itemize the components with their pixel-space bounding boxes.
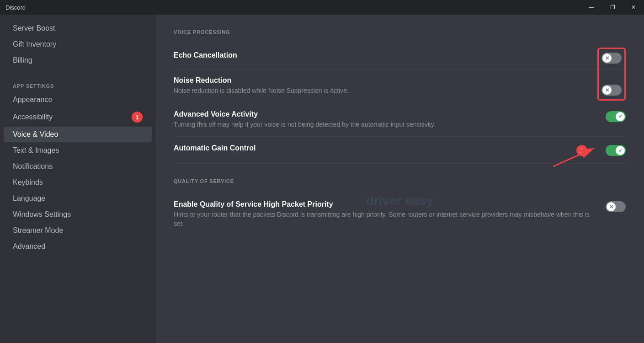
toggle-thumb-agc: ✓ — [616, 146, 625, 155]
window-controls: — ❐ ✕ — [581, 0, 644, 15]
setting-row-automatic-gain-control: Automatic Gain Control 2 ✓ — [174, 137, 626, 164]
qos-section: QUALITY OF SERVICE Enable Quality of Ser… — [174, 178, 626, 236]
sidebar-item-advanced[interactable]: Advanced — [4, 239, 152, 254]
setting-row-noise-reduction: Noise Reduction Noise reduction is disab… — [174, 69, 626, 103]
setting-info-advanced-voice-activity: Advanced Voice Activity Turning this off… — [174, 110, 606, 129]
sidebar-item-accessibility[interactable]: Accessibility 1 — [4, 108, 152, 126]
setting-row-enable-qos: Enable Quality of Service High Packet Pr… — [174, 193, 626, 236]
sidebar-item-windows-settings[interactable]: Windows Settings — [4, 207, 152, 222]
main-layout: Server Boost Gift Inventory Billing APP … — [0, 15, 644, 343]
echo-cancellation-toggle[interactable]: ✕ — [601, 53, 622, 64]
toggle-thumb-noise: ✕ — [602, 86, 612, 95]
quality-of-service-label: QUALITY OF SERVICE — [174, 178, 626, 184]
toggle-thumb-qos: ✕ — [607, 202, 616, 211]
setting-info-automatic-gain-control: Automatic Gain Control — [174, 144, 573, 154]
minimize-button[interactable]: — — [581, 0, 602, 15]
enable-qos-control: ✕ — [606, 201, 626, 212]
noise-reduction-toggle[interactable]: ✕ — [601, 85, 622, 96]
automatic-gain-control-control: 2 ✓ — [573, 145, 626, 156]
app-title: Discord — [5, 4, 26, 11]
annotation-bubble-2: 2 — [576, 145, 587, 156]
advanced-voice-activity-title: Advanced Voice Activity — [174, 110, 596, 118]
sidebar-item-language[interactable]: Language — [4, 191, 152, 206]
app-settings-label: APP SETTINGS — [4, 76, 152, 91]
setting-row-advanced-voice-activity: Advanced Voice Activity Turning this off… — [174, 103, 626, 137]
noise-reduction-title: Noise Reduction — [174, 76, 580, 85]
annotation-toggle-box: ✕ ✕ — [597, 48, 626, 101]
content-inner: VOICE PROCESSING Echo Cancellation — [174, 29, 626, 236]
annotation-bubble-1: 1 — [132, 112, 143, 123]
enable-qos-toggle[interactable]: ✕ — [606, 201, 626, 212]
setting-info-enable-qos: Enable Quality of Service High Packet Pr… — [174, 200, 606, 228]
setting-row-echo-cancellation: Echo Cancellation — [174, 44, 626, 69]
sidebar: Server Boost Gift Inventory Billing APP … — [0, 15, 155, 343]
sidebar-item-server-boost[interactable]: Server Boost — [4, 21, 152, 36]
restore-button[interactable]: ❐ — [602, 0, 623, 15]
advanced-voice-activity-toggle[interactable]: ✓ — [606, 111, 626, 122]
toggle-thumb-ava: ✓ — [616, 112, 625, 121]
advanced-voice-activity-desc: Turning this off may help if your voice … — [174, 120, 596, 129]
advanced-voice-activity-control: ✓ — [606, 111, 626, 122]
content-area: VOICE PROCESSING Echo Cancellation — [155, 15, 644, 343]
automatic-gain-control-toggle[interactable]: ✓ — [606, 145, 626, 156]
sidebar-item-streamer-mode[interactable]: Streamer Mode — [4, 223, 152, 238]
titlebar: Discord — ❐ ✕ — [0, 0, 644, 15]
close-button[interactable]: ✕ — [623, 0, 644, 15]
voice-processing-label: VOICE PROCESSING — [174, 29, 626, 35]
automatic-gain-control-title: Automatic Gain Control — [174, 144, 564, 152]
echo-cancellation-title: Echo Cancellation — [174, 51, 580, 59]
sidebar-item-appearance[interactable]: Appearance — [4, 92, 152, 107]
noise-reduction-desc: Noise reduction is disabled while Noise … — [174, 86, 580, 96]
sidebar-item-keybinds[interactable]: Keybinds — [4, 175, 152, 190]
enable-qos-title: Enable Quality of Service High Packet Pr… — [174, 200, 596, 209]
setting-info-noise-reduction: Noise Reduction Noise reduction is disab… — [174, 76, 589, 96]
toggle-thumb-echo: ✕ — [602, 54, 612, 63]
sidebar-item-voice-video[interactable]: Voice & Video — [4, 127, 152, 142]
setting-info-echo-cancellation: Echo Cancellation — [174, 51, 589, 61]
sidebar-item-notifications[interactable]: Notifications — [4, 159, 152, 174]
enable-qos-desc: Hints to your router that the packets Di… — [174, 210, 596, 228]
sidebar-item-text-images[interactable]: Text & Images — [4, 143, 152, 158]
sidebar-divider — [5, 72, 151, 72]
sidebar-item-billing[interactable]: Billing — [4, 53, 152, 68]
sidebar-item-gift-inventory[interactable]: Gift Inventory — [4, 37, 152, 52]
